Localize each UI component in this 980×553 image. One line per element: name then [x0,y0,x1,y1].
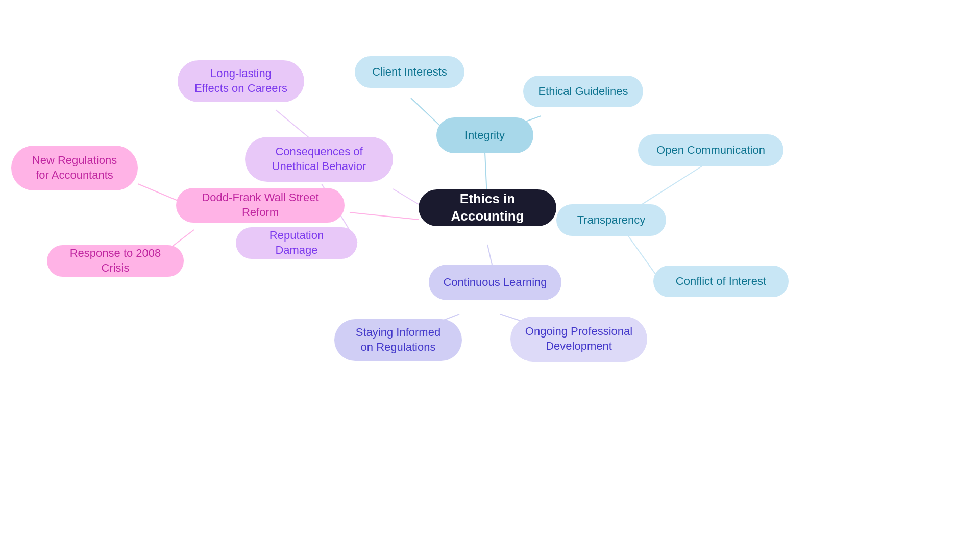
new-regulations-node: New Regulations for Accountants [11,146,138,190]
center-node: Ethics in Accounting [419,189,556,226]
dodd-frank-node: Dodd-Frank Wall Street Reform [176,188,345,223]
svg-line-9 [350,212,419,220]
conflict-of-interest-node: Conflict of Interest [653,266,789,297]
long-lasting-node: Long-lasting Effects on Careers [178,60,304,102]
svg-line-5 [628,235,658,278]
response-crisis-node: Response to 2008 Crisis [47,245,184,277]
consequences-node: Consequences of Unethical Behavior [245,137,393,182]
ethical-guidelines-node: Ethical Guidelines [523,76,643,107]
integrity-node: Integrity [436,117,533,153]
continuous-learning-node: Continuous Learning [429,265,561,300]
reputation-damage-node: Reputation Damage [236,227,357,259]
open-communication-node: Open Communication [638,134,783,166]
client-interests-node: Client Interests [355,56,464,88]
transparency-node: Transparency [556,204,666,236]
staying-informed-node: Staying Informed on Regulations [334,319,462,361]
ongoing-dev-node: Ongoing Professional Development [510,317,647,362]
svg-line-12 [393,189,419,204]
